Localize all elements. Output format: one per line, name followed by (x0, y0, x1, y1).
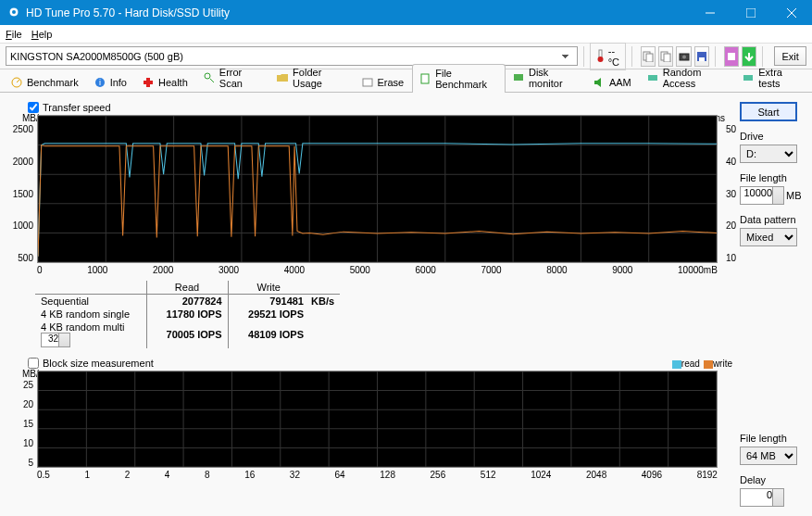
close-button[interactable] (771, 0, 812, 25)
file-length-label: File length (740, 172, 805, 183)
svg-rect-16 (728, 53, 735, 60)
block-chart (37, 371, 718, 468)
transfer-speed-label: Transfer speed (43, 102, 111, 113)
extra-icon (742, 71, 755, 84)
svg-point-1 (12, 10, 16, 14)
block-legend: read write (672, 359, 732, 369)
tab-bar: Benchmark iInfo Health Error Scan Folder… (0, 69, 812, 93)
results-table: ReadWrite Sequential2077824791481KB/s 4 … (35, 281, 732, 348)
svg-point-13 (682, 55, 686, 58)
svg-rect-15 (699, 57, 705, 61)
tab-random-access[interactable]: Random Access (640, 63, 735, 92)
menu-help[interactable]: Help (31, 29, 53, 40)
svg-rect-11 (664, 54, 670, 62)
random-icon (646, 71, 659, 84)
separator (631, 46, 632, 67)
tab-aam[interactable]: AAM (586, 72, 640, 92)
drive-label: Drive (740, 131, 805, 142)
menu-bar: File Help (0, 25, 812, 44)
tab-info[interactable]: iInfo (87, 72, 135, 92)
tab-erase[interactable]: Erase (355, 72, 413, 92)
file-icon (418, 72, 431, 85)
maximize-button[interactable] (731, 0, 771, 25)
queue-depth-spinner[interactable]: 32 (41, 333, 70, 347)
block-size-label: Block size measurement (43, 358, 154, 369)
gauge-icon (10, 76, 23, 89)
health-icon (142, 76, 155, 89)
folder-icon (276, 71, 289, 84)
monitor-icon (512, 71, 525, 84)
svg-text:i: i (99, 78, 101, 87)
transfer-speed-checkbox[interactable] (28, 102, 39, 113)
tab-health[interactable]: Health (135, 72, 196, 92)
tab-benchmark[interactable]: Benchmark (4, 72, 87, 92)
search-icon (203, 71, 216, 84)
transfer-chart-wrap: MB/s ms 2500200015001000500 5040302010 0… (9, 115, 732, 275)
delay-input[interactable]: 0 (740, 488, 784, 507)
tab-extra-tests[interactable]: Extra tests (735, 63, 808, 92)
y-axis-left: 252015105 (7, 380, 33, 468)
data-pattern-label: Data pattern (740, 214, 805, 225)
svg-point-23 (205, 73, 210, 79)
tab-disk-monitor[interactable]: Disk monitor (506, 63, 586, 92)
drive-select[interactable]: D: (740, 145, 797, 163)
data-pattern-select[interactable]: Mixed (740, 228, 797, 246)
svg-rect-29 (743, 75, 753, 81)
tab-folder-usage[interactable]: Folder Usage (269, 63, 354, 92)
window-title: HD Tune Pro 5.70 - Hard Disk/SSD Utility (26, 6, 690, 19)
svg-line-18 (17, 80, 19, 82)
svg-rect-28 (648, 75, 657, 81)
temperature-display: --°C (590, 43, 626, 70)
delay-label: Delay (740, 474, 805, 485)
file-length2-label: File length (740, 433, 805, 444)
content-area: Transfer speed MB/s ms 25002000150010005… (0, 93, 812, 516)
svg-rect-22 (144, 81, 153, 84)
speaker-icon (593, 76, 606, 89)
svg-rect-9 (646, 54, 653, 62)
svg-line-24 (210, 79, 214, 82)
menu-file[interactable]: File (6, 29, 22, 40)
svg-rect-27 (514, 74, 523, 81)
thermometer-icon (596, 49, 605, 64)
title-bar: HD Tune Pro 5.70 - Hard Disk/SSD Utility (0, 0, 812, 25)
block-size-checkbox[interactable] (28, 358, 39, 369)
erase-icon (361, 76, 374, 89)
x-axis-block: 0.512481632641282565121024204840968192 (37, 470, 718, 480)
svg-rect-3 (746, 8, 756, 18)
svg-rect-25 (363, 79, 372, 86)
tab-error-scan[interactable]: Error Scan (196, 63, 269, 92)
tab-file-benchmark[interactable]: File Benchmark (412, 64, 506, 93)
info-icon: i (94, 76, 106, 89)
file-length-input[interactable]: 10000 (740, 186, 784, 205)
minimize-button[interactable] (690, 0, 731, 25)
file-length2-select[interactable]: 64 MB (740, 447, 797, 465)
block-chart-wrap: MB/s read write 252015105 0.512481632641… (9, 371, 732, 480)
transfer-chart (37, 115, 718, 263)
side-panel: Start Drive D: File length 10000MB Data … (740, 93, 812, 516)
start-button[interactable]: Start (740, 102, 797, 121)
app-icon (7, 6, 20, 20)
svg-point-7 (597, 57, 603, 62)
y-axis-left: 2500200015001000500 (7, 124, 33, 263)
svg-rect-26 (421, 74, 429, 83)
x-axis-transfer: 0100020003000400050006000700080009000100… (37, 265, 718, 275)
y-axis-right: 5040302010 (719, 124, 736, 263)
